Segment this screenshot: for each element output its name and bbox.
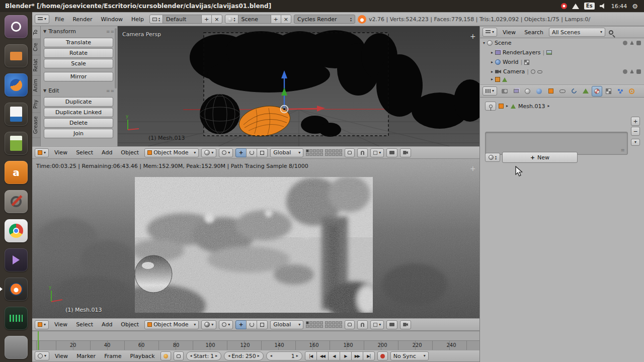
render-opengl-button[interactable] (386, 320, 397, 329)
transform-panel-header[interactable]: ▼Transform≡≡ (41, 26, 117, 37)
outliner-row-camera[interactable]: ▸ Camera | (480, 67, 644, 76)
launcher-item[interactable] (0, 275, 32, 304)
tab-particles-icon[interactable] (615, 86, 625, 97)
screen-add-button[interactable]: + (201, 15, 212, 24)
libreoffice-calc-icon[interactable] (5, 132, 28, 155)
prev-keyframe-button[interactable]: ◀◀ (316, 351, 329, 360)
media-player-icon[interactable] (5, 248, 28, 272)
scene-browse-button[interactable]: ▴▾ (225, 15, 238, 24)
viewport-3d[interactable]: y + Camera Persp (1) Mesh.013 (118, 26, 479, 146)
search-icon[interactable] (609, 30, 613, 35)
tab-data-icon[interactable] (580, 86, 591, 97)
snap-magnet-toggle[interactable]: U (357, 320, 368, 329)
wifi-icon[interactable] (572, 4, 579, 9)
tab-render-layers-icon[interactable] (511, 86, 521, 97)
frame-end-field[interactable]: ◂End:250▸ (224, 351, 264, 360)
menu-help[interactable]: Help (128, 16, 147, 23)
launcher-item[interactable] (0, 245, 32, 275)
tab-constraints-icon[interactable] (557, 86, 568, 97)
current-frame-playhead[interactable] (38, 331, 39, 350)
resize-grip-icon[interactable]: ≡ (621, 147, 625, 153)
material-new-button[interactable]: +New (502, 152, 578, 163)
play-button[interactable]: ▶ (340, 351, 352, 360)
disclosure-icon[interactable]: ▸ (491, 51, 493, 55)
menu-object[interactable]: Object (118, 149, 142, 156)
launcher-item[interactable] (0, 100, 32, 129)
manipulator-rotate-toggle[interactable] (246, 148, 257, 157)
editor-type-button[interactable]: ▾ (35, 351, 49, 360)
record-button[interactable] (377, 351, 388, 360)
slot-remove-button[interactable]: − (631, 127, 640, 136)
shelf-tab-physics[interactable]: Phy (32, 96, 40, 113)
tab-physics-icon[interactable] (626, 86, 637, 97)
screen-layout-name[interactable]: Default (163, 15, 202, 24)
ubuntu-software-icon[interactable]: a (5, 161, 28, 184)
shelf-tab-animation[interactable]: Anim (32, 75, 40, 96)
launcher-item[interactable] (0, 129, 32, 158)
shelf-scrollbar[interactable] (115, 28, 117, 88)
system-monitor-icon[interactable] (5, 307, 28, 330)
shelf-tab-create[interactable]: Cre (32, 39, 40, 55)
manipulator-scale-toggle[interactable] (257, 148, 268, 157)
jump-to-start-button[interactable]: |◀ (305, 351, 317, 360)
lock-frame-toggle[interactable] (174, 351, 184, 360)
menu-select[interactable]: Select (73, 321, 96, 328)
delete-button[interactable]: Delete (44, 118, 113, 128)
launcher-item[interactable] (0, 216, 32, 245)
join-button[interactable]: Join (44, 129, 113, 138)
menu-view[interactable]: View (500, 29, 519, 36)
shading-dropdown[interactable]: ▾ (201, 148, 216, 157)
shading-dropdown[interactable]: ▾ (201, 320, 216, 329)
manipulator-rotate-toggle[interactable] (246, 320, 257, 329)
tab-world-icon[interactable] (534, 86, 544, 97)
orientation-dropdown[interactable]: Global▾ (270, 320, 303, 329)
menu-view[interactable]: View (51, 149, 70, 156)
screen-browse-button[interactable]: ▴▾ (149, 15, 163, 24)
menu-render[interactable]: Render (69, 16, 95, 23)
layer-grid[interactable] (306, 149, 342, 156)
frame-start-field[interactable]: ◂Start:1▸ (186, 351, 222, 360)
shelf-tab-relations[interactable]: Relat (32, 55, 40, 75)
menu-window[interactable]: Window (98, 16, 126, 23)
duplicate-linked-button[interactable]: Duplicate Linked (44, 108, 113, 117)
current-frame-field[interactable]: ◂1▸ (266, 351, 302, 360)
snap-element-dropdown[interactable]: ▾ (370, 148, 384, 157)
tab-scene-icon[interactable] (522, 86, 533, 97)
trash-icon[interactable] (5, 336, 28, 359)
disclosure-icon[interactable]: ▸ (491, 60, 493, 64)
rotate-button[interactable]: Rotate (44, 48, 113, 58)
render-opengl-anim-button[interactable] (400, 148, 411, 157)
pivot-dropdown[interactable]: ▾ (219, 320, 233, 329)
manipulator-translate-toggle[interactable]: + (235, 148, 247, 157)
next-keyframe-button[interactable]: ▶▶ (351, 351, 363, 360)
menu-add[interactable]: Add (99, 149, 115, 156)
mode-dropdown[interactable]: Object Mode▾ (144, 148, 199, 157)
editor-type-button[interactable]: ▾ (35, 148, 49, 157)
screen-record-icon[interactable] (561, 3, 567, 9)
editor-type-button[interactable]: ▾ (482, 86, 497, 96)
launcher-item[interactable] (0, 12, 32, 41)
timeline-ruler[interactable]: 20 40 60 80 100 120 140 160 180 200 220 … (32, 340, 479, 350)
launcher-item[interactable] (0, 70, 32, 100)
clock[interactable]: 16:44 (611, 3, 627, 10)
keyboard-layout-indicator[interactable]: Es (584, 3, 595, 10)
layer-grid[interactable] (306, 321, 342, 328)
tab-object-icon[interactable] (545, 86, 556, 97)
launcher-item[interactable] (0, 41, 32, 70)
material-browse-button[interactable]: ▴▾ (485, 153, 500, 162)
dash-icon[interactable] (5, 15, 28, 38)
region-expand-icon[interactable]: + (470, 32, 476, 40)
render-preview-viewport[interactable]: y + Time:00:03.25 | Remaining:06:43.46 |… (32, 159, 479, 318)
shelf-tab-grease[interactable]: Grease (32, 113, 40, 138)
mode-dropdown[interactable]: Object Mode▾ (144, 320, 199, 329)
duplicate-button[interactable]: Duplicate (44, 97, 113, 107)
scene-delete-button[interactable]: × (281, 15, 291, 24)
render-opengl-button[interactable] (386, 148, 397, 157)
editor-type-button[interactable]: ▾ (482, 28, 497, 37)
firefox-icon[interactable] (5, 73, 28, 97)
snap-magnet-toggle[interactable]: U (357, 148, 368, 157)
slot-add-button[interactable]: + (631, 117, 640, 126)
translate-button[interactable]: Translate (44, 38, 113, 47)
session-gear-icon[interactable]: ⚙ (632, 3, 638, 10)
screen-delete-button[interactable]: × (211, 15, 222, 24)
